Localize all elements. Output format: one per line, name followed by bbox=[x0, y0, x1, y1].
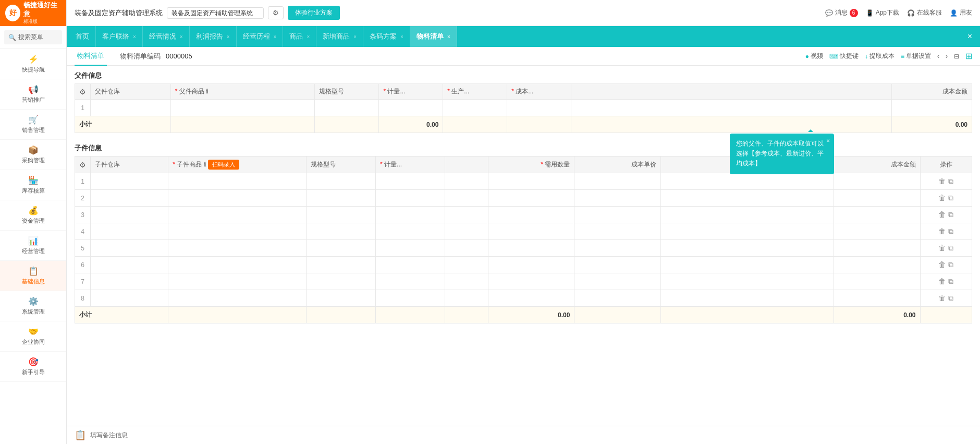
child-product-cell-7[interactable] bbox=[168, 290, 307, 307]
parent-product-cell[interactable] bbox=[170, 100, 315, 116]
child-unitcost-cell-7[interactable] bbox=[574, 290, 661, 307]
user-item[interactable]: 👤 用友 bbox=[950, 8, 972, 17]
child-warehouse-cell-4[interactable] bbox=[91, 240, 168, 257]
child-warehouse-cell-5[interactable] bbox=[91, 257, 168, 273]
child-unitcost-cell-6[interactable] bbox=[574, 273, 661, 290]
system-select[interactable]: 装备及固定资产辅助管理系统 bbox=[167, 7, 264, 19]
child-unitcost-cell-3[interactable] bbox=[574, 223, 661, 240]
copy-icon-3[interactable]: ⧉ bbox=[948, 227, 953, 236]
nav-next-icon[interactable]: › bbox=[946, 53, 948, 60]
child-qty-cell-2[interactable] bbox=[488, 207, 574, 223]
nav-tab-0[interactable]: 首页 bbox=[69, 26, 96, 47]
child-unit-cell-6[interactable] bbox=[376, 273, 445, 290]
expand-icon[interactable]: ⊞ bbox=[965, 51, 972, 61]
child-amount-cell-4[interactable] bbox=[834, 240, 920, 257]
child-unitcost-cell-2[interactable] bbox=[574, 207, 661, 223]
parent-spec-cell[interactable] bbox=[315, 100, 379, 116]
delete-icon-1[interactable]: 🗑 bbox=[938, 194, 946, 202]
child-amount-cell-3[interactable] bbox=[834, 223, 920, 240]
child-qty-cell-1[interactable] bbox=[488, 190, 574, 207]
child-spec-cell-3[interactable] bbox=[307, 223, 376, 240]
sidebar-search[interactable]: 🔍 搜索菜单 bbox=[0, 26, 66, 49]
child-unit-cell-5[interactable] bbox=[376, 257, 445, 273]
sidebar-item-guide[interactable]: 🎯新手引导 bbox=[0, 352, 66, 382]
child-unitcost-cell-4[interactable] bbox=[574, 240, 661, 257]
child-spec-cell-2[interactable] bbox=[307, 207, 376, 223]
nav-tab-close-4[interactable]: × bbox=[274, 34, 277, 40]
child-warehouse-cell-6[interactable] bbox=[91, 273, 168, 290]
service-item[interactable]: 🎧 在线客服 bbox=[907, 8, 942, 17]
child-qty-cell-4[interactable] bbox=[488, 240, 574, 257]
copy-icon-0[interactable]: ⧉ bbox=[948, 177, 953, 186]
app-download-item[interactable]: 📱 App下载 bbox=[866, 8, 899, 17]
sidebar-item-operation[interactable]: 📊经营管理 bbox=[0, 231, 66, 261]
sidebar-item-sales[interactable]: 🛒销售管理 bbox=[0, 110, 66, 140]
child-amount-cell-7[interactable] bbox=[834, 290, 920, 307]
parent-amount-cell[interactable] bbox=[892, 100, 972, 116]
copy-icon-5[interactable]: ⧉ bbox=[948, 260, 953, 269]
child-spec-cell-6[interactable] bbox=[307, 273, 376, 290]
nav-tab-2[interactable]: 经营情况× bbox=[143, 26, 190, 47]
delete-icon-3[interactable]: 🗑 bbox=[938, 227, 946, 236]
tooltip-close-button[interactable]: × bbox=[826, 136, 830, 146]
copy-icon-1[interactable]: ⧉ bbox=[948, 194, 953, 202]
action-video[interactable]: ● 视频 bbox=[805, 52, 823, 61]
nav-tab-5[interactable]: 商品× bbox=[283, 26, 316, 47]
sidebar-item-purchase[interactable]: 📦采购管理 bbox=[0, 140, 66, 170]
parent-production-cell[interactable] bbox=[443, 100, 507, 116]
nav-tab-4[interactable]: 经营历程× bbox=[237, 26, 284, 47]
child-spec-cell-4[interactable] bbox=[307, 240, 376, 257]
sidebar-item-finance[interactable]: 💰资金管理 bbox=[0, 200, 66, 231]
parent-cost-cell[interactable] bbox=[507, 100, 571, 116]
action-shortcut[interactable]: ⌨ 快捷键 bbox=[829, 52, 859, 61]
child-product-cell-6[interactable] bbox=[168, 273, 307, 290]
delete-icon-2[interactable]: 🗑 bbox=[938, 210, 946, 219]
nav-tab-7[interactable]: 条码方案× bbox=[363, 26, 410, 47]
child-spec-cell-7[interactable] bbox=[307, 290, 376, 307]
nav-prev-icon[interactable]: ‹ bbox=[937, 53, 939, 60]
child-qty-cell-5[interactable] bbox=[488, 257, 574, 273]
parent-warehouse-cell[interactable] bbox=[91, 100, 171, 116]
search-menu-button[interactable]: 🔍 搜索菜单 bbox=[4, 30, 62, 44]
parent-col-settings[interactable]: ⚙ bbox=[75, 84, 91, 100]
child-amount-cell-0[interactable] bbox=[834, 173, 920, 190]
child-unit-cell-0[interactable] bbox=[376, 173, 445, 190]
sidebar-item-enterprise[interactable]: 🤝企业协同 bbox=[0, 321, 66, 352]
child-amount-cell-1[interactable] bbox=[834, 190, 920, 207]
nav-tab-close-2[interactable]: × bbox=[180, 34, 183, 40]
nav-tab-close-1[interactable]: × bbox=[133, 34, 136, 40]
child-qty-cell-3[interactable] bbox=[488, 223, 574, 240]
child-unitcost-cell-5[interactable] bbox=[574, 257, 661, 273]
child-unit-cell-1[interactable] bbox=[376, 190, 445, 207]
child-qty-cell-6[interactable] bbox=[488, 273, 574, 290]
delete-icon-6[interactable]: 🗑 bbox=[938, 277, 946, 286]
child-amount-cell-5[interactable] bbox=[834, 257, 920, 273]
child-spec-cell-1[interactable] bbox=[307, 190, 376, 207]
nav-tab-close-8[interactable]: × bbox=[447, 34, 450, 40]
tab-bill-list[interactable]: 物料清单 bbox=[75, 47, 107, 66]
child-amount-cell-2[interactable] bbox=[834, 207, 920, 223]
child-spec-cell-5[interactable] bbox=[307, 257, 376, 273]
child-spec-cell-0[interactable] bbox=[307, 173, 376, 190]
nav-tab-close-6[interactable]: × bbox=[353, 34, 357, 40]
tab-bill-code[interactable]: 物料清单编码 0000005 bbox=[117, 47, 195, 66]
delete-icon-4[interactable]: 🗑 bbox=[938, 244, 946, 253]
parent-unit-cell[interactable] bbox=[379, 100, 443, 116]
message-item[interactable]: 💬 消息 6 bbox=[825, 8, 858, 17]
sidebar-item-inventory[interactable]: 🏪库存核算 bbox=[0, 170, 66, 200]
child-qty-cell-0[interactable] bbox=[488, 173, 574, 190]
trial-button[interactable]: 体验行业方案 bbox=[288, 6, 340, 20]
child-unit-cell-2[interactable] bbox=[376, 207, 445, 223]
settings-button[interactable]: ⚙ bbox=[268, 6, 284, 19]
child-unit-cell-7[interactable] bbox=[376, 290, 445, 307]
nav-close-all[interactable]: × bbox=[962, 32, 977, 41]
child-product-cell-0[interactable] bbox=[168, 173, 307, 190]
sidebar-item-quick-nav[interactable]: ⚡快捷导航 bbox=[0, 49, 66, 79]
grid-icon[interactable]: ⊟ bbox=[954, 53, 959, 60]
child-unit-cell-4[interactable] bbox=[376, 240, 445, 257]
nav-tab-1[interactable]: 客户联络× bbox=[96, 26, 143, 47]
child-qty-cell-7[interactable] bbox=[488, 290, 574, 307]
delete-icon-7[interactable]: 🗑 bbox=[938, 294, 946, 303]
nav-tab-close-5[interactable]: × bbox=[307, 34, 310, 40]
child-product-cell-3[interactable] bbox=[168, 223, 307, 240]
